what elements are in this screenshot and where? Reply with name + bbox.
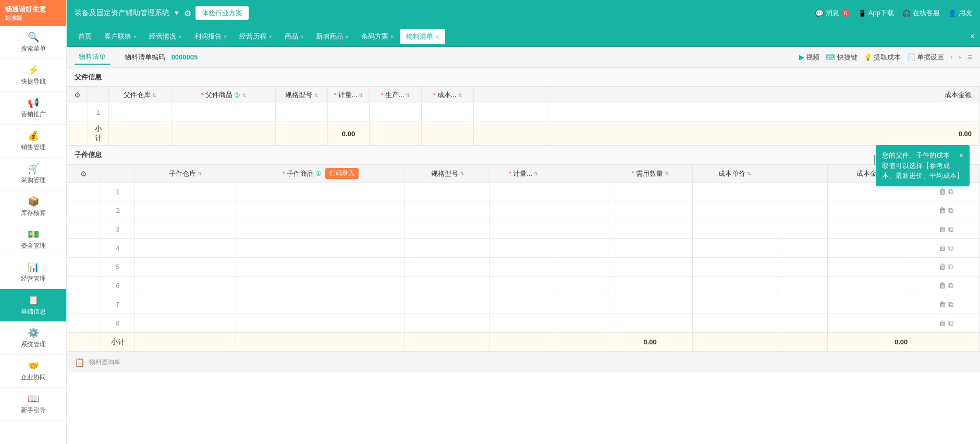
delete-icon-r4[interactable]: 🗑 xyxy=(939,244,946,253)
child-r6-product[interactable] xyxy=(236,277,405,295)
child-r3-spec[interactable] xyxy=(405,220,489,239)
action-view[interactable]: ▶ 视频 xyxy=(799,53,819,62)
child-r4-unit[interactable] xyxy=(489,239,557,258)
sidebar-item-operations[interactable]: 📊 经营管理 xyxy=(0,256,66,289)
message-item[interactable]: 💬 消息 6 xyxy=(815,8,850,18)
copy-icon-r1[interactable]: ⧉ xyxy=(948,187,953,196)
tab-newproduct-close[interactable]: × xyxy=(345,33,348,40)
sidebar-item-guide[interactable]: 📖 新手引导 xyxy=(0,388,66,421)
delete-icon-r3[interactable]: 🗑 xyxy=(939,225,946,234)
parent-row1-prod[interactable] xyxy=(370,103,422,122)
child-r3-qty[interactable] xyxy=(608,220,692,239)
parent-row1-product[interactable] xyxy=(172,103,276,122)
sidebar-item-sales[interactable]: 💰 销售管理 xyxy=(0,125,66,158)
sidebar-item-finance[interactable]: 💵 资金管理 xyxy=(0,223,66,256)
child-r7-qty[interactable] xyxy=(608,295,692,314)
copy-icon-r7[interactable]: ⧉ xyxy=(948,300,953,309)
child-r6-unit[interactable] xyxy=(489,277,557,295)
tab-product-close[interactable]: × xyxy=(300,33,303,40)
child-r8-unit[interactable] xyxy=(489,314,557,333)
online-service-item[interactable]: 🎧 在线客服 xyxy=(902,8,940,18)
parent-row1-cost[interactable] xyxy=(422,103,474,122)
action-cost[interactable]: 💡 提取成本 xyxy=(864,53,901,62)
delete-icon-r1[interactable]: 🗑 xyxy=(939,187,946,196)
tab-profit-close[interactable]: × xyxy=(224,33,227,40)
copy-icon-r2[interactable]: ⧉ xyxy=(948,206,953,215)
delete-icon-r2[interactable]: 🗑 xyxy=(939,206,946,215)
child-r1-warehouse[interactable] xyxy=(134,183,236,201)
sidebar-item-marketing[interactable]: 📢 营销推广 xyxy=(0,92,66,125)
tab-profit[interactable]: 利润报告 × xyxy=(188,29,233,44)
delete-icon-r7[interactable]: 🗑 xyxy=(939,300,946,309)
bottom-doc-icon[interactable]: 📋 xyxy=(75,357,85,367)
tab-barcode[interactable]: 条码方案 × xyxy=(355,29,400,44)
parent-row1-spec[interactable] xyxy=(276,103,328,122)
child-r8-warehouse[interactable] xyxy=(134,314,236,333)
action-shortcut[interactable]: ⌨ 快捷键 xyxy=(826,53,858,62)
delete-icon-r8[interactable]: 🗑 xyxy=(939,319,946,328)
child-r5-qty[interactable] xyxy=(608,258,692,277)
child-r5-product[interactable] xyxy=(236,258,405,277)
tab-operation-close[interactable]: × xyxy=(178,33,181,40)
child-r2-warehouse[interactable] xyxy=(134,201,236,220)
child-r1-qty[interactable] xyxy=(608,183,692,201)
child-r2-spec[interactable] xyxy=(405,201,489,220)
tab-barcode-close[interactable]: × xyxy=(390,33,394,40)
sidebar-item-search[interactable]: 🔍 搜索菜单 xyxy=(0,26,66,59)
delete-icon-r6[interactable]: 🗑 xyxy=(939,281,946,290)
child-r7-product[interactable] xyxy=(236,295,405,314)
child-r8-spec[interactable] xyxy=(405,314,489,333)
copy-icon-r8[interactable]: ⧉ xyxy=(948,319,953,328)
sidebar-item-system[interactable]: ⚙️ 系统管理 xyxy=(0,322,66,355)
tab-history[interactable]: 经营历程 × xyxy=(233,29,278,44)
tab-history-close[interactable]: × xyxy=(268,33,272,40)
child-r5-unit[interactable] xyxy=(489,258,557,277)
child-r6-qty[interactable] xyxy=(608,277,692,295)
action-settings[interactable]: 📄 单据设置 xyxy=(907,53,944,62)
child-r6-spec[interactable] xyxy=(405,277,489,295)
nav-next-icon[interactable]: › xyxy=(959,53,961,61)
sub-tab-bom[interactable]: 物料清单 xyxy=(75,50,110,65)
delete-icon-r5[interactable]: 🗑 xyxy=(939,262,946,271)
child-r4-qty[interactable] xyxy=(608,239,692,258)
gear-settings-icon[interactable]: ⚙ xyxy=(184,8,191,18)
app-download-item[interactable]: 📱 App下载 xyxy=(858,8,894,18)
tab-customer[interactable]: 客户联络 × xyxy=(98,29,143,44)
child-r2-unit[interactable] xyxy=(489,201,557,220)
child-r2-product[interactable] xyxy=(236,201,405,220)
parent-row1-unit[interactable] xyxy=(328,103,370,122)
child-r4-product[interactable] xyxy=(236,239,405,258)
parent-row1-warehouse[interactable] xyxy=(109,103,172,122)
parent-gear-button[interactable]: ⚙ xyxy=(74,91,81,99)
tab-newproduct[interactable]: 新增商品 × xyxy=(310,29,354,44)
child-r1-product[interactable] xyxy=(236,183,405,201)
tab-home[interactable]: 首页 xyxy=(72,29,98,44)
child-r1-spec[interactable] xyxy=(405,183,489,201)
scan-input-button[interactable]: 扫码录入 xyxy=(325,168,359,179)
tab-bom[interactable]: 物料清单 × xyxy=(400,29,445,44)
user-item[interactable]: 👤 用友 xyxy=(948,8,972,18)
child-r1-unit[interactable] xyxy=(489,183,557,201)
sidebar-item-purchase[interactable]: 🛒 采购管理 xyxy=(0,158,66,190)
child-r8-product[interactable] xyxy=(236,314,405,333)
child-r3-product[interactable] xyxy=(236,220,405,239)
child-r7-warehouse[interactable] xyxy=(134,295,236,314)
copy-icon-r4[interactable]: ⧉ xyxy=(948,244,953,253)
child-r8-qty[interactable] xyxy=(608,314,692,333)
sidebar-item-cooperation[interactable]: 🤝 企业协同 xyxy=(0,355,66,388)
tab-bom-close[interactable]: × xyxy=(435,33,438,40)
copy-icon-r6[interactable]: ⧉ xyxy=(948,281,953,290)
child-r3-warehouse[interactable] xyxy=(134,220,236,239)
sidebar-item-basicinfo[interactable]: 📋 基础信息 xyxy=(0,289,66,322)
child-gear-button[interactable]: ⚙ xyxy=(80,170,87,178)
child-r2-qty[interactable] xyxy=(608,201,692,220)
experience-button[interactable]: 体验行业方案 xyxy=(195,6,249,20)
child-r4-warehouse[interactable] xyxy=(134,239,236,258)
child-r5-spec[interactable] xyxy=(405,258,489,277)
sidebar-item-quicknav[interactable]: ⚡ 快捷导航 xyxy=(0,59,66,92)
copy-icon-r3[interactable]: ⧉ xyxy=(948,225,953,234)
nav-prev-icon[interactable]: ‹ xyxy=(950,53,952,61)
close-all-tabs-icon[interactable]: × xyxy=(970,32,975,41)
sidebar-item-inventory[interactable]: 📦 库存核算 xyxy=(0,190,66,223)
child-r3-unit[interactable] xyxy=(489,220,557,239)
